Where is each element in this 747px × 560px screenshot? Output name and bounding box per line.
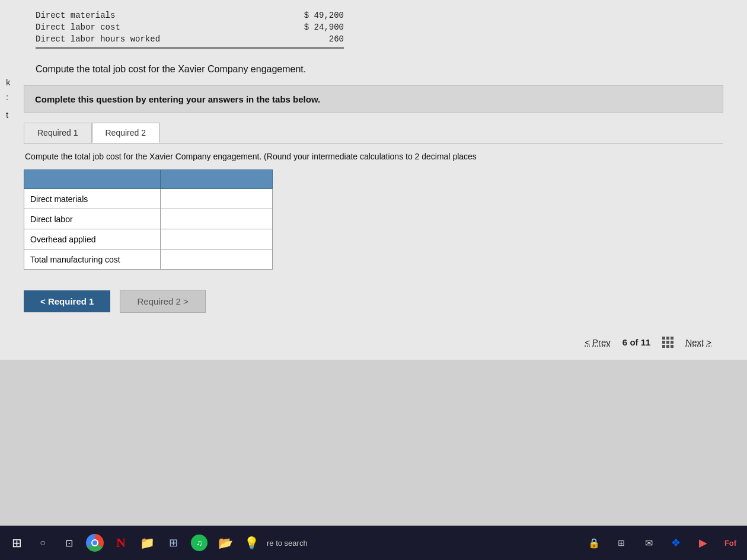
extra-app-button[interactable]: ▶ xyxy=(692,532,714,553)
folder-button[interactable]: 📁 xyxy=(136,532,158,553)
task-view-button[interactable]: ⊡ xyxy=(58,532,79,553)
app-tiles-button[interactable]: ⊞ xyxy=(162,532,184,553)
app-tiles-icon: ⊞ xyxy=(169,536,178,549)
btn-required2[interactable]: Required 2 > xyxy=(120,290,205,313)
input-direct-labor[interactable] xyxy=(167,215,266,224)
pagination-next-button[interactable]: Next > xyxy=(685,337,711,347)
lamp-button[interactable]: 💡 xyxy=(241,532,262,553)
lamp-icon: 💡 xyxy=(244,536,259,550)
value-materials: $ 49,200 xyxy=(304,11,344,20)
cell-direct-materials-label: Direct materials xyxy=(24,189,161,209)
data-row-labor-hours: Direct labor hours worked 260 xyxy=(36,34,344,44)
table-row: Total manufacturing cost xyxy=(24,249,273,270)
lock-icon: 🔒 xyxy=(588,537,600,549)
search-icon: ○ xyxy=(40,537,46,548)
tab-required2[interactable]: Required 2 xyxy=(92,123,160,143)
task-view-icon: ⊡ xyxy=(65,537,73,549)
grid-dot xyxy=(671,345,673,348)
lock-button[interactable]: 🔒 xyxy=(583,532,605,553)
grid-icon[interactable] xyxy=(662,337,673,348)
sys-tray-grid-button[interactable]: ⊞ xyxy=(611,532,632,553)
label-labor-cost: Direct labor cost xyxy=(36,23,120,32)
prev-chevron-icon: < xyxy=(585,337,590,347)
windows-start-button[interactable]: ⊞ xyxy=(6,532,27,553)
dropbox-button[interactable]: ❖ xyxy=(665,532,687,553)
chrome-icon-inner xyxy=(92,540,97,545)
top-data-section: Direct materials $ 49,200 Direct labor c… xyxy=(0,0,747,64)
grid-dot xyxy=(671,341,673,344)
grid-dot xyxy=(662,337,665,340)
netflix-icon: N xyxy=(116,535,126,551)
btn-required1[interactable]: < Required 1 xyxy=(24,290,110,312)
dropbox-icon: ❖ xyxy=(671,536,681,549)
pagination-row: < Prev 6 of 11 Next > xyxy=(0,325,747,360)
folder-icon: 📁 xyxy=(140,536,155,550)
margin-letter-k: k xyxy=(6,77,11,87)
tab-content-area: Compute the total job cost for the Xavie… xyxy=(24,143,723,278)
col-header-label xyxy=(24,170,161,189)
orange-folder-icon: 📂 xyxy=(218,536,233,550)
cell-overhead-input[interactable] xyxy=(161,229,273,249)
cell-total-input[interactable] xyxy=(161,249,273,270)
tab-instruction-text: Compute the total job cost for the Xavie… xyxy=(24,152,723,161)
chrome-icon xyxy=(86,534,104,552)
col-header-value xyxy=(161,170,273,189)
taskbar-search-text: re to search xyxy=(267,539,308,548)
input-overhead[interactable] xyxy=(167,235,266,244)
pagination-info: 6 of 11 xyxy=(622,337,651,347)
fof-badge[interactable]: Fof xyxy=(720,532,741,553)
grid-dot xyxy=(666,341,669,344)
grid-dot xyxy=(671,337,673,340)
search-button[interactable]: ○ xyxy=(32,532,53,553)
fof-label: Fof xyxy=(724,539,736,548)
cell-overhead-label: Overhead applied xyxy=(24,229,161,249)
data-row-materials: Direct materials $ 49,200 xyxy=(36,11,344,20)
cell-direct-materials-input[interactable] xyxy=(161,189,273,209)
nav-buttons-row: < Required 1 Required 2 > xyxy=(24,290,723,313)
tab-required2-label: Required 2 xyxy=(106,128,146,137)
grid-dot xyxy=(662,345,665,348)
margin-letter-t: t xyxy=(6,110,8,120)
table-row: Overhead applied xyxy=(24,229,273,249)
data-row-labor-cost: Direct labor cost $ 24,900 xyxy=(36,23,344,32)
netflix-button[interactable]: N xyxy=(110,532,132,553)
grid-dot xyxy=(666,337,669,340)
table-row: Direct labor xyxy=(24,209,273,229)
btn-required1-label: < Required 1 xyxy=(40,296,94,306)
grid-dot xyxy=(666,345,669,348)
cell-direct-labor-input[interactable] xyxy=(161,209,273,229)
tab-required1[interactable]: Required 1 xyxy=(24,123,92,143)
prev-label: Prev xyxy=(592,337,611,347)
tab-required1-label: Required 1 xyxy=(37,128,78,137)
extra-app-icon: ▶ xyxy=(699,536,707,549)
next-chevron-icon: > xyxy=(706,337,711,347)
instruction-text: Complete this question by entering your … xyxy=(35,94,320,104)
page-current: 6 xyxy=(622,337,627,347)
divider xyxy=(36,47,344,49)
taskbar: ⊞ ○ ⊡ N 📁 ⊞ ♫ 📂 💡 re to search xyxy=(0,526,747,560)
next-label: Next xyxy=(685,337,704,347)
mail-button[interactable]: ✉ xyxy=(638,532,659,553)
page-separator: of xyxy=(630,337,640,347)
margin-letter-colon: : xyxy=(6,92,8,102)
chrome-button[interactable] xyxy=(84,532,106,553)
value-labor-hours: 260 xyxy=(329,34,344,44)
page-total: 11 xyxy=(641,337,651,347)
taskbar-right: 🔒 ⊞ ✉ ❖ ▶ Fof xyxy=(583,532,741,553)
tabs-row: Required 1 Required 2 xyxy=(24,123,723,143)
pagination-prev-button[interactable]: < Prev xyxy=(585,337,611,347)
cell-total-label: Total manufacturing cost xyxy=(24,249,161,270)
spotify-button[interactable]: ♫ xyxy=(189,532,210,553)
input-total[interactable] xyxy=(167,255,266,264)
label-labor-hours: Direct labor hours worked xyxy=(36,34,160,44)
instruction-box: Complete this question by entering your … xyxy=(24,85,723,113)
sys-tray-grid-icon: ⊞ xyxy=(618,538,625,548)
spotify-icon: ♫ xyxy=(191,535,208,551)
label-materials: Direct materials xyxy=(36,11,115,20)
btn-required2-label: Required 2 > xyxy=(137,296,188,306)
cell-direct-labor-label: Direct labor xyxy=(24,209,161,229)
input-direct-materials[interactable] xyxy=(167,194,266,204)
grid-dot xyxy=(662,341,665,344)
question-text: Compute the total job cost for the Xavie… xyxy=(0,64,747,75)
orange-folder-button[interactable]: 📂 xyxy=(215,532,236,553)
